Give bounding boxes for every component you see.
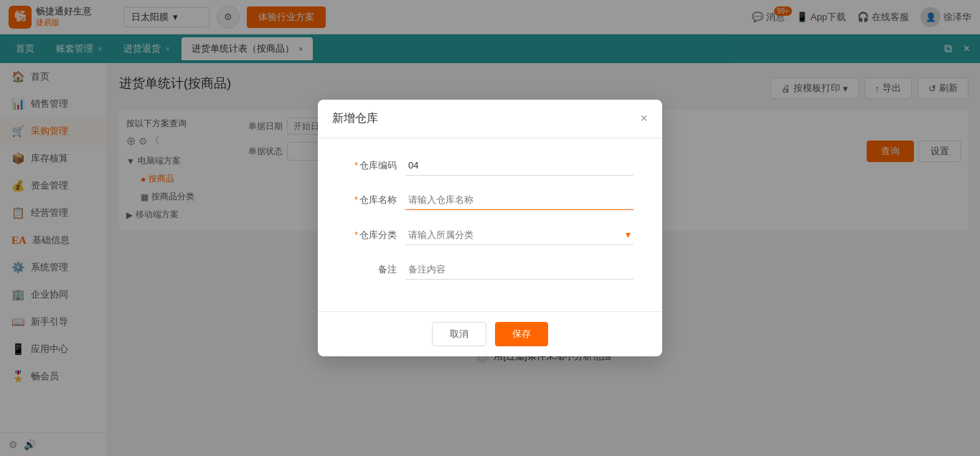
cancel-button[interactable]: 取消 <box>432 322 486 346</box>
category-input[interactable] <box>408 229 626 240</box>
dialog-title: 新增仓库 <box>332 111 378 126</box>
remark-label: 备注 <box>347 263 397 276</box>
code-input[interactable] <box>405 156 633 176</box>
remark-input[interactable] <box>405 260 633 280</box>
new-warehouse-dialog: 新增仓库 × 仓库编码 仓库名称 仓库分类 ▾ 备注 <box>318 100 662 356</box>
remark-form-row: 备注 <box>347 260 633 280</box>
code-label: 仓库编码 <box>347 159 397 172</box>
category-select-wrapper[interactable]: ▾ <box>405 224 633 245</box>
category-form-row: 仓库分类 ▾ <box>347 224 633 245</box>
dialog-overlay: 新增仓库 × 仓库编码 仓库名称 仓库分类 ▾ 备注 <box>0 0 980 456</box>
dialog-body: 仓库编码 仓库名称 仓库分类 ▾ 备注 <box>318 138 662 311</box>
name-input[interactable] <box>405 190 633 210</box>
name-form-row: 仓库名称 <box>347 190 633 210</box>
dialog-close-button[interactable]: × <box>640 111 648 126</box>
dialog-footer: 取消 保存 <box>318 311 662 356</box>
dialog-header: 新增仓库 × <box>318 100 662 138</box>
code-form-row: 仓库编码 <box>347 156 633 176</box>
name-label: 仓库名称 <box>347 194 397 206</box>
category-dropdown-icon: ▾ <box>626 229 631 240</box>
category-label: 仓库分类 <box>347 229 397 242</box>
save-button[interactable]: 保存 <box>495 322 548 346</box>
